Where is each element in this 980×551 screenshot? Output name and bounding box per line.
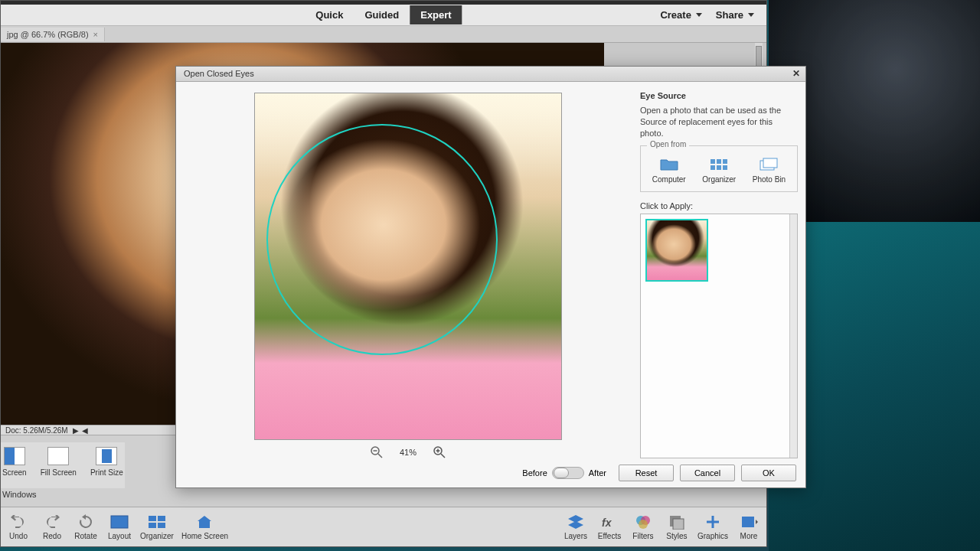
layout-button[interactable]: Layout	[106, 514, 132, 540]
open-from-photobin-button[interactable]: Photo Bin	[751, 154, 787, 187]
filters-icon	[633, 514, 653, 530]
screen-icon	[4, 447, 25, 465]
svg-line-16	[441, 454, 445, 458]
more-icon	[739, 514, 759, 530]
open-from-organizer-button[interactable]: Organizer	[701, 154, 737, 187]
svg-rect-0	[111, 516, 128, 528]
folder-icon	[658, 157, 680, 172]
tb-label: Filters	[632, 532, 653, 540]
view-label: Fill Screen	[41, 468, 77, 477]
svg-text:fx: fx	[602, 517, 612, 529]
mode-tab-expert[interactable]: Expert	[410, 5, 462, 24]
mode-tab-quick[interactable]: Quick	[305, 5, 354, 24]
source-thumbnails-box	[640, 214, 798, 458]
open-from-legend: Open from	[647, 140, 689, 148]
open-from-computer-button[interactable]: Computer	[651, 154, 688, 187]
dialog-titlebar[interactable]: Open Closed Eyes ✕	[176, 67, 805, 82]
filters-button[interactable]: Filters	[630, 514, 656, 540]
view-printsize-button[interactable]: Print Size	[90, 445, 123, 485]
chevron-down-icon	[696, 13, 702, 17]
svg-rect-3	[149, 523, 156, 528]
create-menu[interactable]: Create	[654, 6, 707, 24]
svg-point-8	[639, 520, 648, 529]
more-button[interactable]: More	[736, 514, 762, 540]
open-from-group: Open from Computer Organizer Photo Bi	[640, 145, 798, 192]
svg-rect-19	[710, 159, 715, 164]
preview-image[interactable]	[254, 93, 562, 440]
redo-icon	[42, 514, 62, 530]
homescreen-button[interactable]: Home Screen	[181, 514, 228, 540]
thumbnails-scrollbar[interactable]	[789, 214, 797, 458]
cancel-button[interactable]: Cancel	[680, 465, 735, 481]
status-arrow-icon[interactable]: ▶	[73, 426, 79, 435]
rotate-icon	[76, 514, 96, 530]
click-to-apply-label: Click to Apply:	[640, 201, 798, 210]
share-label: Share	[716, 9, 743, 21]
graphics-button[interactable]: Graphics	[697, 514, 728, 540]
eye-source-description: Open a photo that can be used as the Sou…	[640, 105, 798, 139]
toggle-knob	[554, 468, 569, 478]
status-doc-size: Doc: 5.26M/5.26M	[5, 426, 68, 435]
printsize-icon	[96, 447, 117, 465]
of-label: Computer	[652, 175, 686, 184]
styles-icon	[667, 514, 687, 530]
tb-label: Rotate	[74, 532, 96, 540]
share-menu[interactable]: Share	[710, 6, 760, 24]
layers-icon	[566, 514, 586, 530]
styles-button[interactable]: Styles	[664, 514, 690, 540]
layout-icon	[109, 514, 129, 530]
status-scroll-left[interactable]: ◀	[82, 426, 88, 435]
view-fillscreen-button[interactable]: Fill Screen	[41, 445, 77, 485]
svg-rect-26	[763, 158, 777, 168]
mode-tab-guided[interactable]: Guided	[354, 5, 410, 24]
windows-label: Windows	[2, 490, 37, 499]
tb-label: Styles	[666, 532, 687, 540]
zoom-in-icon[interactable]	[433, 446, 446, 458]
grid-icon	[708, 157, 730, 172]
home-icon	[194, 514, 214, 530]
mode-bar: Quick Guided Expert Create Share	[1, 5, 766, 26]
tb-label: Home Screen	[181, 532, 228, 540]
svg-line-13	[378, 454, 382, 458]
effects-button[interactable]: fx Effects	[596, 514, 622, 540]
layers-button[interactable]: Layers	[563, 514, 589, 540]
organizer-button[interactable]: Organizer	[140, 514, 174, 540]
undo-icon	[8, 514, 28, 530]
graphics-icon	[703, 514, 723, 530]
redo-button[interactable]: Redo	[39, 514, 65, 540]
bottom-toolbar: Undo Redo Rotate Layout Organizer Home S…	[1, 507, 766, 546]
document-tab-bar: jpg @ 66.7% (RGB/8) ×	[1, 26, 766, 43]
reset-button[interactable]: Reset	[619, 465, 674, 481]
create-label: Create	[660, 9, 691, 21]
close-icon[interactable]: ×	[93, 30, 98, 39]
before-after-toggle[interactable]	[552, 467, 584, 479]
organizer-icon	[147, 514, 167, 530]
undo-button[interactable]: Undo	[5, 514, 31, 540]
ok-button[interactable]: OK	[741, 465, 796, 481]
tb-label: Redo	[43, 532, 61, 540]
after-label: After	[589, 468, 606, 478]
document-tab[interactable]: jpg @ 66.7% (RGB/8) ×	[1, 28, 105, 41]
effects-icon: fx	[599, 514, 619, 530]
view-screen-button[interactable]: Screen	[2, 445, 27, 485]
rotate-button[interactable]: Rotate	[73, 514, 99, 540]
view-label: Screen	[2, 468, 27, 477]
app-window: Quick Guided Expert Create Share jpg @ 6…	[0, 0, 767, 547]
of-label: Photo Bin	[753, 175, 786, 184]
svg-rect-22	[710, 165, 715, 170]
tb-label: Undo	[9, 532, 28, 540]
svg-rect-11	[742, 517, 754, 527]
face-detection-circle[interactable]	[266, 124, 498, 355]
tb-label: Layout	[108, 532, 131, 540]
source-thumbnail[interactable]	[645, 219, 708, 282]
dialog-close-button[interactable]: ✕	[790, 68, 802, 79]
svg-rect-21	[723, 159, 727, 164]
tb-label: Layers	[564, 532, 587, 540]
dialog-title-text: Open Closed Eyes	[184, 69, 254, 78]
zoom-level: 41%	[400, 448, 416, 457]
document-tab-label: jpg @ 66.7% (RGB/8)	[7, 30, 89, 39]
zoom-out-icon[interactable]	[371, 446, 383, 458]
svg-rect-1	[149, 516, 156, 521]
tb-label: More	[740, 532, 758, 540]
chevron-down-icon	[748, 13, 754, 17]
